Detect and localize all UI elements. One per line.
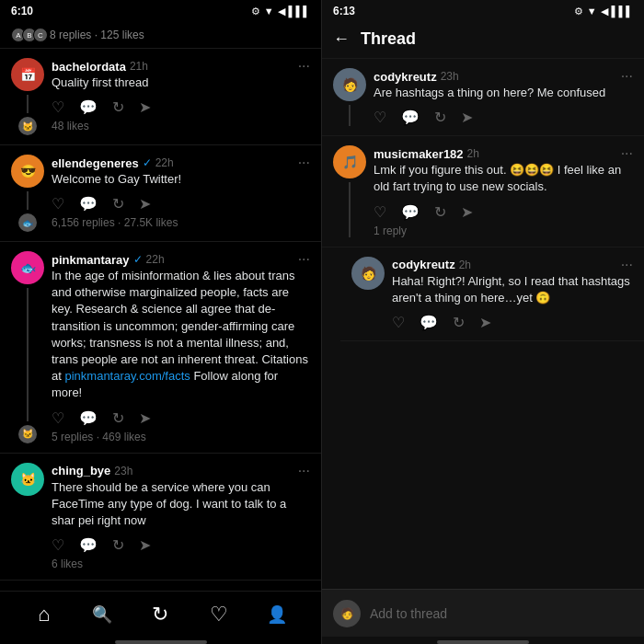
r-thread-line-1 — [349, 105, 351, 126]
replies-indicator: A B C 8 replies · 125 likes — [0, 22, 321, 49]
r-more-btn-1[interactable]: ··· — [621, 68, 633, 85]
like-btn-4[interactable]: ♡ — [52, 536, 64, 554]
r-tweet-right-2: musicmaker182 2h ··· Lmk if you figure t… — [374, 145, 633, 236]
left-status-icons: ⚙ ▼ ◀ ▌▌▌ — [251, 6, 310, 17]
retweet-btn-3[interactable]: ↻ — [112, 409, 124, 427]
add-thread-bar[interactable]: 🧑 Add to thread — [322, 589, 644, 637]
sub-avatar-1: 🐱 — [18, 117, 37, 135]
like-btn-1[interactable]: ♡ — [52, 98, 64, 116]
actions-3: ♡ 💬 ↻ ➤ — [52, 409, 310, 427]
tweet-right-4: ching_bye 23h ··· There should be a serv… — [52, 463, 310, 571]
stats-2: 6,156 replies · 27.5K likes — [52, 216, 310, 229]
thread-line-1 — [27, 95, 29, 113]
thread-line-3 — [27, 288, 29, 421]
r-time-cody-1: 23h — [441, 70, 459, 83]
nav-search[interactable]: 🔍 — [84, 596, 121, 633]
time-bachelordata: 21h — [130, 60, 148, 73]
tweet-ellendegeneres: 😎 🐟 ellendegeneres ✓ 22h ··· Welcome to … — [0, 145, 321, 242]
r-tweet-left-2: 🎵 — [333, 145, 366, 236]
r-comment-3[interactable]: 💬 — [420, 314, 438, 331]
r-text-music: Lmk if you figure this out. 😆😆😆 I feel l… — [374, 162, 633, 195]
share-btn-4[interactable]: ➤ — [139, 536, 151, 554]
actions-2: ♡ 💬 ↻ ➤ — [52, 195, 310, 213]
add-thread-avatar: 🧑 — [333, 600, 361, 627]
back-button[interactable]: ← — [333, 29, 350, 49]
right-status-icons: ⚙ ▼ ◀ ▌▌▌ — [574, 6, 633, 17]
share-btn-3[interactable]: ➤ — [139, 409, 151, 427]
more-btn-4[interactable]: ··· — [298, 463, 310, 479]
r-time-music: 2h — [467, 147, 479, 160]
sub-avatar-2: 🐟 — [18, 213, 37, 232]
share-btn-2[interactable]: ➤ — [139, 195, 151, 213]
comment-btn-4[interactable]: 💬 — [79, 536, 98, 554]
r-share-3[interactable]: ➤ — [479, 314, 491, 331]
more-btn-2[interactable]: ··· — [298, 155, 310, 171]
avatar-pink: 🐟 — [11, 251, 44, 284]
r-actions-3: ♡ 💬 ↻ ➤ — [392, 314, 633, 331]
tweet-user-2: ellendegeneres ✓ 22h — [52, 156, 174, 170]
r-tweet-right-1: codykreutz 23h ··· Are hashtags a thing … — [374, 68, 633, 126]
r-username-cody-1: codykreutz — [374, 70, 437, 84]
nav-profile[interactable]: 👤 — [259, 596, 295, 633]
r-actions-2: ♡ 💬 ↻ ➤ — [374, 203, 633, 221]
r-more-btn-2[interactable]: ··· — [621, 145, 633, 162]
stats-3: 5 replies · 469 likes — [52, 431, 310, 443]
left-status-bar: 6:10 ⚙ ▼ ◀ ▌▌▌ — [0, 0, 321, 22]
tweet-left-2: 😎 🐟 — [11, 155, 44, 232]
tweet-right-2: ellendegeneres ✓ 22h ··· Welcome to Gay … — [52, 155, 310, 232]
nav-refresh[interactable]: ↻ — [142, 596, 178, 633]
r-text-cody-2: Haha! Right?! Alright, so I read that ha… — [392, 273, 633, 306]
text-pink: In the age of misinformation & lies abou… — [52, 268, 310, 402]
username-ellen: ellendegeneres — [52, 156, 139, 170]
r-like-2[interactable]: ♡ — [374, 203, 386, 221]
r-like-3[interactable]: ♡ — [392, 314, 405, 331]
stats-1: 48 likes — [52, 120, 310, 132]
retweet-btn-2[interactable]: ↻ — [112, 195, 124, 213]
time-ellen: 22h — [155, 156, 174, 169]
r-retweet-3[interactable]: ↻ — [453, 314, 465, 331]
r-comment-1[interactable]: 💬 — [401, 109, 420, 126]
verified-pink: ✓ — [133, 253, 143, 266]
r-more-btn-3[interactable]: ··· — [621, 257, 633, 273]
r-share-1[interactable]: ➤ — [461, 109, 473, 126]
nav-heart[interactable]: ♡ — [201, 596, 237, 633]
actions-1: ♡ 💬 ↻ ➤ — [52, 98, 310, 116]
thread-line-2 — [27, 191, 29, 210]
retweet-btn-1[interactable]: ↻ — [112, 98, 124, 116]
more-btn-3[interactable]: ··· — [298, 251, 310, 268]
comment-btn-2[interactable]: 💬 — [79, 195, 98, 213]
r-retweet-2[interactable]: ↻ — [434, 203, 446, 221]
nav-home[interactable]: ⌂ — [26, 596, 63, 633]
tweet-user-3: pinkmantaray ✓ 22h — [52, 253, 165, 267]
sub-avatar-3: 🐱 — [18, 425, 37, 443]
reply-avatars: A B C — [11, 28, 44, 42]
retweet-btn-4[interactable]: ↻ — [112, 536, 124, 554]
r-like-1[interactable]: ♡ — [374, 109, 386, 126]
r-comment-2[interactable]: 💬 — [401, 203, 420, 221]
like-btn-2[interactable]: ♡ — [52, 195, 64, 213]
actions-4: ♡ 💬 ↻ ➤ — [52, 536, 310, 554]
r-tweet-left-1: 🧑 — [333, 68, 366, 126]
r-share-2[interactable]: ➤ — [461, 203, 473, 221]
add-thread-input[interactable]: Add to thread — [370, 606, 447, 621]
tweet-right-3: pinkmantaray ✓ 22h ··· In the age of mis… — [52, 251, 310, 443]
r-tweet-musicmaker: 🎵 musicmaker182 2h ··· Lmk if you figure… — [322, 136, 644, 247]
r-tweet-left-3: 🧑 — [351, 257, 385, 331]
more-btn-1[interactable]: ··· — [298, 58, 310, 75]
r-tweet-header-3: codykreutz 2h ··· — [392, 257, 633, 273]
stats-4: 6 likes — [52, 558, 310, 570]
bottom-nav: ⌂ 🔍 ↻ ♡ 👤 — [0, 591, 321, 637]
like-btn-3[interactable]: ♡ — [52, 409, 64, 427]
pink-link[interactable]: pinkmantaray.com/facts — [64, 369, 190, 383]
username-ching: ching_bye — [52, 464, 110, 477]
share-btn-1[interactable]: ➤ — [139, 98, 151, 116]
r-retweet-1[interactable]: ↻ — [434, 109, 446, 126]
tweet-header-1: bachelordata 21h ··· — [52, 58, 310, 75]
r-tweet-right-3: codykreutz 2h ··· Haha! Right?! Alright,… — [392, 257, 633, 331]
comment-btn-1[interactable]: 💬 — [79, 98, 98, 116]
r-thread-line-2 — [349, 182, 351, 236]
tweet-pinkmantaray: 🐟 🐱 pinkmantaray ✓ 22h ··· In the age of… — [0, 242, 321, 454]
comment-btn-3[interactable]: 💬 — [79, 409, 98, 427]
tweet-left-4: 🐱 — [11, 463, 44, 571]
username-bachelordata: bachelordata — [52, 60, 126, 74]
